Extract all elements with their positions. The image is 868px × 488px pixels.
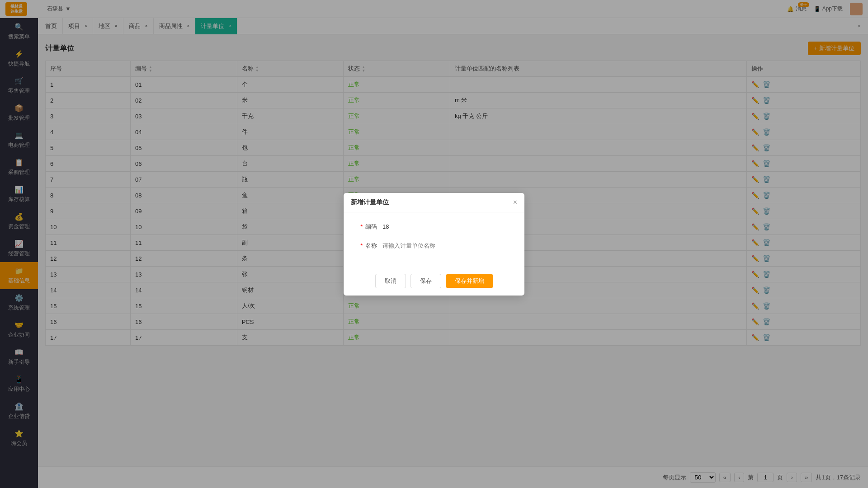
modal-dialog: 新增计量单位 × * 编码 * 名称 取消 保存 保存并新增 [344, 193, 524, 296]
modal-close-button[interactable]: × [513, 199, 517, 206]
name-form-row: * 名称 [354, 240, 514, 251]
modal-footer: 取消 保存 保存并新增 [344, 268, 524, 296]
modal-header: 新增计量单位 × [344, 193, 524, 212]
code-label: * 编码 [354, 223, 377, 231]
modal-title: 新增计量单位 [351, 198, 389, 206]
save-button[interactable]: 保存 [410, 274, 441, 288]
name-label: * 名称 [354, 242, 377, 250]
save-new-button[interactable]: 保存并新增 [446, 274, 493, 288]
cancel-button[interactable]: 取消 [375, 274, 406, 288]
modal-overlay: 新增计量单位 × * 编码 * 名称 取消 保存 保存并新增 [0, 0, 868, 488]
code-form-row: * 编码 [354, 221, 514, 232]
modal-body: * 编码 * 名称 [344, 212, 524, 268]
code-input[interactable] [381, 221, 514, 232]
name-input[interactable] [381, 240, 514, 251]
